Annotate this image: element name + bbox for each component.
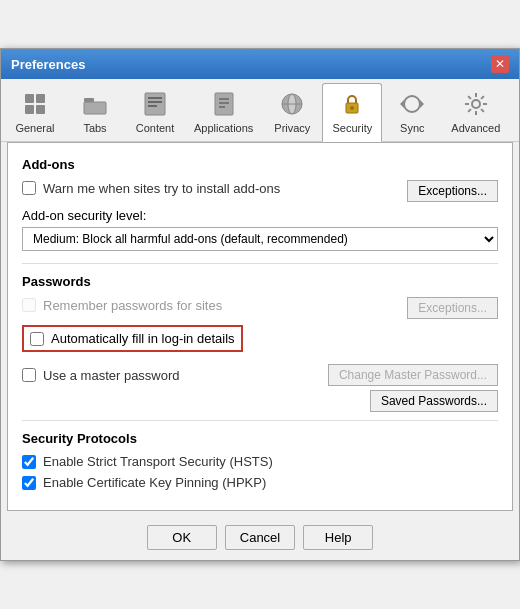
saved-passwords-row: Saved Passwords... — [22, 390, 498, 412]
svg-rect-9 — [148, 105, 157, 107]
addons-exceptions-button[interactable]: Exceptions... — [407, 180, 498, 202]
toolbar: General Tabs Content Applications Privac… — [1, 79, 519, 142]
hpkp-row: Enable Certificate Key Pinning (HPKP) — [22, 475, 498, 490]
saved-passwords-button[interactable]: Saved Passwords... — [370, 390, 498, 412]
master-password-row: Use a master password Change Master Pass… — [22, 364, 498, 386]
separator-2 — [22, 420, 498, 421]
passwords-section-title: Passwords — [22, 274, 498, 289]
warn-addons-checkbox[interactable] — [22, 181, 36, 195]
security-protocols-title: Security Protocols — [22, 431, 498, 446]
preferences-dialog: Preferences ✕ General Tabs Content — [0, 48, 520, 561]
svg-rect-7 — [148, 97, 162, 99]
hsts-checkbox[interactable] — [22, 455, 36, 469]
svg-point-18 — [350, 106, 354, 110]
security-level-label-row: Add-on security level: — [22, 208, 498, 223]
remember-passwords-label: Remember passwords for sites — [22, 298, 222, 313]
tab-applications-label: Applications — [194, 122, 253, 134]
general-icon — [19, 88, 51, 120]
svg-marker-20 — [400, 100, 404, 108]
hpkp-checkbox[interactable] — [22, 476, 36, 490]
remember-passwords-row: Remember passwords for sites Exceptions.… — [22, 297, 498, 319]
warn-addons-label: Warn me when sites try to install add-on… — [22, 181, 280, 196]
autofill-checkbox[interactable] — [30, 332, 44, 346]
svg-rect-10 — [215, 93, 233, 115]
passwords-exceptions-button[interactable]: Exceptions... — [407, 297, 498, 319]
cancel-button[interactable]: Cancel — [225, 525, 295, 550]
svg-point-21 — [472, 100, 480, 108]
tab-tabs-label: Tabs — [83, 122, 106, 134]
autofill-highlight-box: Automatically fill in log-in details — [22, 325, 243, 352]
main-content: Add-ons Warn me when sites try to instal… — [7, 142, 513, 511]
close-button[interactable]: ✕ — [491, 55, 509, 73]
svg-rect-4 — [84, 98, 94, 102]
privacy-icon — [276, 88, 308, 120]
autofill-highlight-wrapper: Automatically fill in log-in details — [22, 325, 498, 358]
help-button[interactable]: Help — [303, 525, 373, 550]
svg-rect-0 — [25, 94, 34, 103]
tab-sync[interactable]: Sync — [382, 83, 442, 141]
remember-passwords-checkbox[interactable] — [22, 298, 36, 312]
tab-privacy-label: Privacy — [274, 122, 310, 134]
change-master-password-button[interactable]: Change Master Password... — [328, 364, 498, 386]
tab-advanced[interactable]: Advanced — [442, 83, 509, 141]
master-password-checkbox[interactable] — [22, 368, 36, 382]
tab-content-label: Content — [136, 122, 175, 134]
hpkp-label: Enable Certificate Key Pinning (HPKP) — [43, 475, 266, 490]
tab-general-label: General — [15, 122, 54, 134]
security-level-label: Add-on security level: — [22, 208, 146, 223]
tab-applications[interactable]: Applications — [185, 83, 262, 141]
tab-privacy[interactable]: Privacy — [262, 83, 322, 141]
tabs-icon — [79, 88, 111, 120]
svg-rect-5 — [84, 102, 106, 114]
hsts-label: Enable Strict Transport Security (HSTS) — [43, 454, 273, 469]
sync-icon — [396, 88, 428, 120]
content-icon — [139, 88, 171, 120]
svg-rect-3 — [36, 105, 45, 114]
tab-tabs[interactable]: Tabs — [65, 83, 125, 141]
svg-rect-8 — [148, 101, 162, 103]
security-level-select[interactable]: Medium: Block all harmful add-ons (defau… — [22, 227, 498, 251]
hsts-row: Enable Strict Transport Security (HSTS) — [22, 454, 498, 469]
applications-icon — [208, 88, 240, 120]
tab-sync-label: Sync — [400, 122, 424, 134]
svg-rect-1 — [36, 94, 45, 103]
dialog-title: Preferences — [11, 57, 85, 72]
separator-1 — [22, 263, 498, 264]
title-bar: Preferences ✕ — [1, 49, 519, 79]
advanced-icon — [460, 88, 492, 120]
master-password-label: Use a master password — [22, 368, 180, 383]
autofill-label: Automatically fill in log-in details — [51, 331, 235, 346]
security-icon — [336, 88, 368, 120]
tab-security-label: Security — [332, 122, 372, 134]
ok-button[interactable]: OK — [147, 525, 217, 550]
tab-content[interactable]: Content — [125, 83, 185, 141]
tab-security[interactable]: Security — [322, 83, 382, 142]
svg-rect-2 — [25, 105, 34, 114]
warn-addons-row: Warn me when sites try to install add-on… — [22, 180, 498, 202]
svg-rect-6 — [145, 93, 165, 115]
tab-general[interactable]: General — [5, 83, 65, 141]
addons-section-title: Add-ons — [22, 157, 498, 172]
security-level-select-row: Medium: Block all harmful add-ons (defau… — [22, 227, 498, 251]
footer-buttons: OK Cancel Help — [1, 517, 519, 560]
tab-advanced-label: Advanced — [451, 122, 500, 134]
